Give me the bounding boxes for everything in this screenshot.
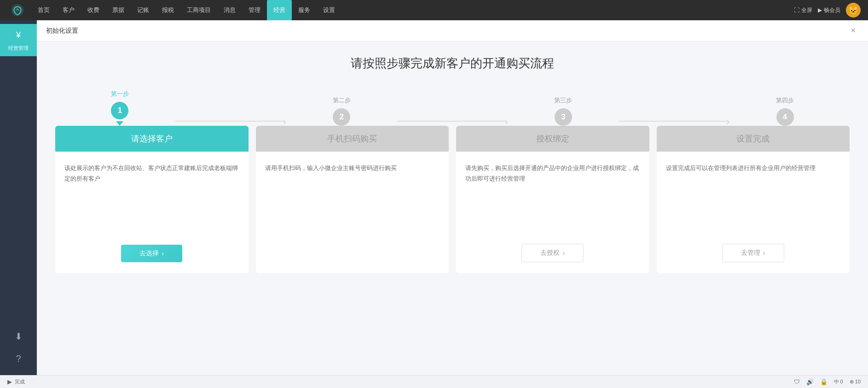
volume-status-icon: 🔊	[806, 378, 814, 385]
card-2-header: 手机扫码购买	[256, 126, 449, 152]
status-text: 完成	[15, 378, 25, 385]
step-4-wrapper: 第四步 4	[729, 96, 840, 126]
sidebar-bottom: ⬇ ?	[9, 327, 28, 368]
arrow-1-2: ›	[283, 117, 286, 126]
cards-row: 请选择客户 该处展示的客户为不在回收站、客户状态正常建账后完成老板端绑定的所有客…	[55, 126, 850, 273]
arrow-2-3: ›	[505, 117, 508, 126]
connector-1-2: ›	[175, 101, 286, 126]
fullscreen-icon: ⛶	[794, 7, 799, 13]
line-1-2	[175, 121, 284, 122]
step-1-wrapper: 第一步 1	[64, 90, 175, 126]
go-authorize-button[interactable]: 去授权 ›	[521, 244, 584, 262]
card-3-header: 授权绑定	[456, 126, 649, 152]
card-2-body: 请用手机扫码，输入小微企业主账号密码进行购买	[256, 152, 449, 255]
step-4-label: 第四步	[776, 96, 794, 105]
line-3-4	[619, 121, 727, 122]
nav-item-industry[interactable]: 工商项目	[180, 0, 217, 20]
nav-logo	[7, 4, 28, 17]
nav-item-service[interactable]: 服务	[292, 0, 317, 20]
card-4-header: 设置完成	[657, 126, 850, 152]
nav-item-home[interactable]: 首页	[31, 0, 56, 20]
wizard-title: 请按照步骤完成新客户的开通购买流程	[55, 55, 850, 71]
nav-item-message[interactable]: 消息	[217, 0, 242, 20]
status-bar: ▶ 完成 🛡 🔊 🔒 中 0 ⊕ 10	[0, 375, 868, 388]
status-bar-right: 🛡 🔊 🔒 中 0 ⊕ 10	[794, 378, 861, 385]
page-header: 初始化设置 ×	[37, 20, 868, 41]
operation-icon: ¥	[12, 29, 25, 42]
go-select-button[interactable]: 去选择 ›	[121, 245, 182, 262]
fullscreen-button[interactable]: ⛶ 全屏	[794, 6, 812, 14]
connector-2-3: ›	[397, 101, 508, 126]
card-2: 手机扫码购买 请用手机扫码，输入小微企业主账号密码进行购买	[256, 126, 449, 273]
go-select-arrow: ›	[162, 250, 164, 257]
nav-item-bill[interactable]: 票据	[106, 0, 131, 20]
nav-item-settings[interactable]: 设置	[317, 0, 341, 20]
member-button[interactable]: ▶ 畅会员	[818, 6, 840, 14]
card-2-footer	[256, 255, 449, 273]
play-status-icon: ▶	[7, 378, 12, 385]
step-4-circle: 4	[776, 108, 794, 126]
nav-item-manage[interactable]: 管理	[242, 0, 267, 20]
card-1: 请选择客户 该处展示的客户为不在回收站、客户状态正常建账后完成老板端绑定的所有客…	[55, 126, 249, 273]
step-2-wrapper: 第二步 2	[286, 96, 397, 126]
card-4: 设置完成 设置完成后可以在管理列表进行所有企业用户的经营管理 去管理 ›	[657, 126, 850, 273]
card-3: 授权绑定 请先购买，购买后选择开通的产品中的企业用户进行授权绑定，成功后即可进行…	[456, 126, 649, 273]
help-icon[interactable]: ?	[9, 349, 28, 368]
top-navigation: 首页 客户 收费 票据 记账 报税 工商项目 消息 管理 经营 服务 设置 ⛶ …	[0, 0, 868, 20]
page-content: 请按照步骤完成新客户的开通购买流程 第一步 1 ›	[37, 41, 868, 375]
user-avatar[interactable]: 🐱	[846, 3, 861, 18]
line-2-3	[397, 121, 506, 122]
connector-3-4: ›	[619, 101, 729, 126]
step-1-circle: 1	[111, 102, 128, 119]
status-bar-left: ▶ 完成	[7, 378, 25, 385]
step-3-circle: 3	[555, 108, 572, 126]
nav-item-fee[interactable]: 收费	[81, 0, 106, 20]
card-4-body: 设置完成后可以在管理列表进行所有企业用户的经营管理	[657, 152, 850, 236]
step-3-wrapper: 第三步 3	[508, 96, 619, 126]
shield-status-icon: 🛡	[794, 378, 800, 385]
close-button[interactable]: ×	[848, 25, 859, 36]
nav-item-account[interactable]: 记账	[131, 0, 156, 20]
page-title: 初始化设置	[46, 27, 78, 35]
main-layout: ¥ 经营管理 ⬇ ? 初始化设置 × 请按照步骤完成新客户的开通购买流程 第一步	[0, 20, 868, 375]
play-icon: ▶	[818, 7, 822, 13]
arrow-3-4: ›	[726, 117, 729, 126]
step-1-pointer	[116, 121, 123, 126]
nav-right: ⛶ 全屏 ▶ 畅会员 🐱	[794, 3, 861, 18]
card-1-body: 该处展示的客户为不在回收站、客户状态正常建账后完成老板端绑定的所有客户	[55, 152, 249, 237]
step-3-label: 第三步	[554, 96, 572, 105]
lock-status-icon: 🔒	[820, 378, 827, 385]
download-icon[interactable]: ⬇	[9, 327, 28, 346]
nav-item-tax[interactable]: 报税	[156, 0, 180, 20]
go-authorize-arrow: ›	[562, 249, 565, 257]
step-2-circle: 2	[333, 108, 350, 126]
card-1-header: 请选择客户	[55, 126, 249, 152]
step-2-label: 第二步	[333, 96, 351, 105]
sidebar-item-operation[interactable]: ¥ 经营管理	[0, 24, 37, 56]
zoom-indicator: ⊕ 10	[850, 379, 861, 385]
content-area: 初始化设置 × 请按照步骤完成新客户的开通购买流程 第一步 1	[37, 20, 868, 375]
go-manage-arrow: ›	[763, 249, 765, 257]
nav-items: 首页 客户 收费 票据 记账 报税 工商项目 消息 管理 经营 服务 设置	[31, 0, 794, 20]
sidebar: ¥ 经营管理 ⬇ ?	[0, 20, 37, 375]
nav-item-customer[interactable]: 客户	[56, 0, 81, 20]
lang-indicator: 中 0	[834, 378, 843, 385]
nav-item-operation[interactable]: 经营	[267, 0, 292, 20]
svg-point-0	[12, 4, 23, 16]
card-3-body: 请先购买，购买后选择开通的产品中的企业用户进行授权绑定，成功后即可进行经营管理	[456, 152, 649, 236]
go-manage-button[interactable]: 去管理 ›	[722, 244, 784, 262]
card-1-footer: 去选择 ›	[55, 237, 249, 273]
card-4-footer: 去管理 ›	[657, 236, 850, 273]
step-1-label: 第一步	[111, 90, 129, 98]
card-3-footer: 去授权 ›	[456, 236, 649, 273]
